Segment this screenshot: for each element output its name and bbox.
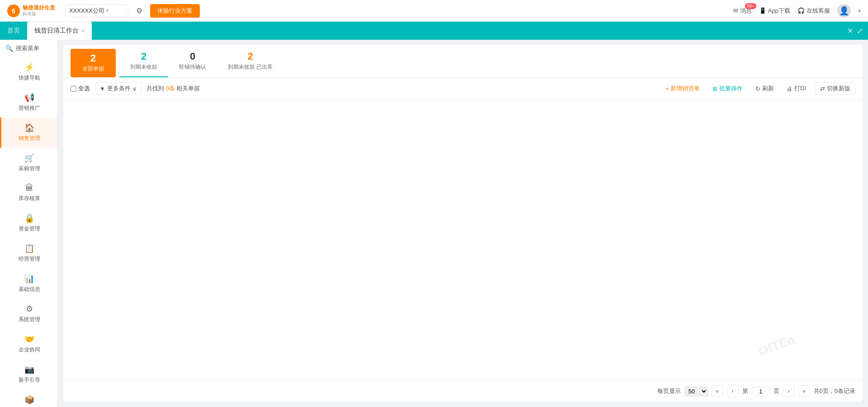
- experience-button[interactable]: 体验行业方案: [150, 4, 200, 18]
- batch-button[interactable]: ⊞ 批量操作: [709, 83, 746, 94]
- sidebar-item-kucunhesuan[interactable]: 🏛 库存核算: [0, 178, 57, 208]
- print-icon: 🖨: [787, 85, 793, 92]
- add-sales-button[interactable]: + 新增销货单: [661, 83, 703, 94]
- kucunhesuan-icon: 🏛: [25, 183, 33, 193]
- logo-area: 6 畅捷通好生意 标准版: [7, 5, 65, 17]
- content-inner: 2 全部单据 2 到期未收款 0 旺铺待确认 2 到期未收款 已出库: [63, 45, 863, 402]
- user-menu[interactable]: ▾: [858, 4, 861, 18]
- switch-icon: ⇄: [820, 85, 825, 92]
- sidebar-item-kuaijiedaohang[interactable]: ⚡ 快捷导航: [0, 57, 57, 87]
- company-selector[interactable]: XXXXXX公司 ▾: [65, 5, 128, 17]
- logo-title: 畅捷通好生意: [23, 5, 55, 11]
- batch-icon: ⊞: [712, 85, 717, 92]
- message-button[interactable]: ✉ 消息 99+: [733, 7, 752, 15]
- jichuxinxi-icon: 📊: [24, 274, 34, 284]
- toolbar: 全选 ▼ 更多条件 ∨ 共找到 0条 相关单据 + 新增销货单 ⊞: [63, 78, 863, 100]
- print-label: 打印: [794, 84, 806, 93]
- stats-wangpu-label: 旺铺待确认: [179, 63, 206, 71]
- per-page-select[interactable]: 50 100 200: [684, 386, 708, 397]
- chevron-down-icon: ▾: [106, 8, 108, 13]
- sidebar-item-jichuxinxi[interactable]: 📊 基础信息: [0, 268, 57, 299]
- page-first-button[interactable]: «: [712, 385, 723, 397]
- logo-icon: 6: [7, 5, 20, 17]
- stats-expired-label: 到期未收款: [130, 63, 157, 71]
- filter-chevron: ∨: [132, 85, 137, 92]
- sidebar: 🔍 搜索菜单 ⚡ 快捷导航 📢 营销推广 🏠 销售管理 🛒 采购管理 🏛 库存核…: [0, 40, 58, 407]
- sidebar-item-xiaoshouguanli[interactable]: 🏠 销售管理: [0, 117, 57, 148]
- tab-home[interactable]: 首页: [0, 22, 27, 40]
- caigouguanli-icon: 🛒: [24, 153, 34, 163]
- service-icon: 🎧: [797, 7, 805, 14]
- online-service-button[interactable]: 🎧 在线客服: [797, 7, 830, 15]
- checkbox-input[interactable]: [71, 86, 76, 92]
- stats-expired-shipped-num: 2: [248, 51, 253, 62]
- pagination-bar: 每页显示 50 100 200 « ‹ 第 页 › » 共0页，0条记录: [63, 380, 863, 402]
- logo-subtitle: 标准版: [23, 11, 55, 17]
- page-suffix: 页: [774, 387, 779, 395]
- switch-version-button[interactable]: ⇄ 切换新版: [815, 82, 855, 95]
- stats-expired-num: 2: [141, 51, 146, 62]
- tab-qianhuorichang[interactable]: 钱货日清工作台 ×: [27, 22, 92, 40]
- sidebar-search[interactable]: 🔍 搜索菜单: [0, 40, 57, 57]
- stats-all-num: 2: [90, 52, 96, 64]
- app-download-button[interactable]: 📱 App下载: [759, 7, 790, 15]
- company-name: XXXXXX公司: [69, 7, 104, 15]
- sidebar-item-yingyongzhongxin[interactable]: 📦 应用中心: [0, 389, 57, 407]
- page-next-button[interactable]: ›: [783, 385, 795, 397]
- filter-icon: ▼: [99, 85, 105, 92]
- jingyingguanli-icon: 📋: [24, 243, 34, 253]
- message-badge: 99+: [745, 3, 756, 9]
- zijinguanli-icon: 🔒: [24, 213, 34, 223]
- logo-text: 畅捷通好生意 标准版: [23, 5, 55, 16]
- refresh-icon: ↻: [755, 85, 760, 92]
- yingyongzhongxin-icon: 📦: [24, 395, 34, 405]
- xinshouyindao-icon: 📷: [24, 365, 34, 374]
- toolbar-right: + 新增销货单 ⊞ 批量操作 ↻ 刷新 🖨 打印: [661, 82, 855, 95]
- page-prev-button[interactable]: ‹: [727, 385, 739, 397]
- add-label: 新增销货单: [670, 84, 700, 93]
- page-input[interactable]: [752, 387, 770, 396]
- yingxiaotuiguang-icon: 📢: [24, 93, 34, 103]
- stats-wangpu-num: 0: [190, 51, 195, 62]
- window-maximize-icon[interactable]: ⤢: [857, 27, 863, 35]
- service-label: 在线客服: [807, 7, 830, 15]
- xitongguanli-icon: ⚙: [26, 304, 33, 314]
- sidebar-item-jingyingguanli[interactable]: 📋 经营管理: [0, 238, 57, 268]
- stats-tab-wangpu[interactable]: 0 旺铺待确认: [168, 45, 217, 77]
- refresh-button[interactable]: ↻ 刷新: [752, 83, 778, 94]
- window-close-icon[interactable]: ✕: [847, 27, 853, 35]
- top-header: 6 畅捷通好生意 标准版 XXXXXX公司 ▾ ⚙ 体验行业方案 ✉ 消息 99…: [0, 0, 868, 22]
- batch-label: 批量操作: [719, 84, 743, 93]
- kuaijiedaohang-icon: ⚡: [24, 62, 34, 72]
- search-icon: 🔍: [5, 45, 13, 52]
- add-icon: +: [665, 85, 669, 92]
- stats-tab-expired[interactable]: 2 到期未收款: [119, 45, 168, 77]
- print-button[interactable]: 🖨 打印: [783, 83, 810, 94]
- sidebar-item-zijinguanli[interactable]: 🔒 资金管理: [0, 208, 57, 238]
- page-last-button[interactable]: »: [798, 385, 810, 397]
- sidebar-item-xitongguanli[interactable]: ⚙ 系统管理: [0, 299, 57, 329]
- settings-button[interactable]: ⚙: [132, 4, 146, 18]
- stats-all-label: 全部单据: [82, 65, 104, 73]
- nav-tab-actions: ✕ ⤢: [842, 27, 868, 35]
- main-layout: 🔍 搜索菜单 ⚡ 快捷导航 📢 营销推广 🏠 销售管理 🛒 采购管理 🏛 库存核…: [0, 40, 868, 407]
- filter-label: 更多条件: [107, 84, 131, 93]
- content-area: 2 全部单据 2 到期未收款 0 旺铺待确认 2 到期未收款 已出库: [58, 40, 868, 407]
- sidebar-item-caigouguanli[interactable]: 🛒 采购管理: [0, 148, 57, 178]
- sidebar-item-yingxiaotuiguang[interactable]: 📢 营销推广: [0, 87, 57, 117]
- avatar[interactable]: 👤: [837, 4, 851, 18]
- select-all-checkbox[interactable]: 全选: [71, 84, 90, 93]
- stats-expired-shipped-label: 到期未收款 已出库: [228, 63, 273, 71]
- sidebar-item-xinshouyindao[interactable]: 📷 新手引导: [0, 359, 57, 389]
- filter-button[interactable]: ▼ 更多条件 ∨: [95, 82, 141, 95]
- sidebar-item-qiyexietong[interactable]: 🤝 企业协同: [0, 329, 57, 359]
- found-text: 共找到 0条 相关单据: [146, 84, 200, 93]
- refresh-label: 刷新: [762, 84, 774, 93]
- stats-tab-expired-shipped[interactable]: 2 到期未收款 已出库: [217, 45, 283, 77]
- sidebar-search-label: 搜索菜单: [16, 44, 39, 52]
- stats-tab-all[interactable]: 2 全部单据: [71, 49, 116, 77]
- message-icon: ✉: [733, 7, 738, 14]
- tab-close-icon[interactable]: ×: [81, 28, 85, 34]
- found-num: 0条: [166, 85, 175, 92]
- app-icon: 📱: [759, 7, 766, 14]
